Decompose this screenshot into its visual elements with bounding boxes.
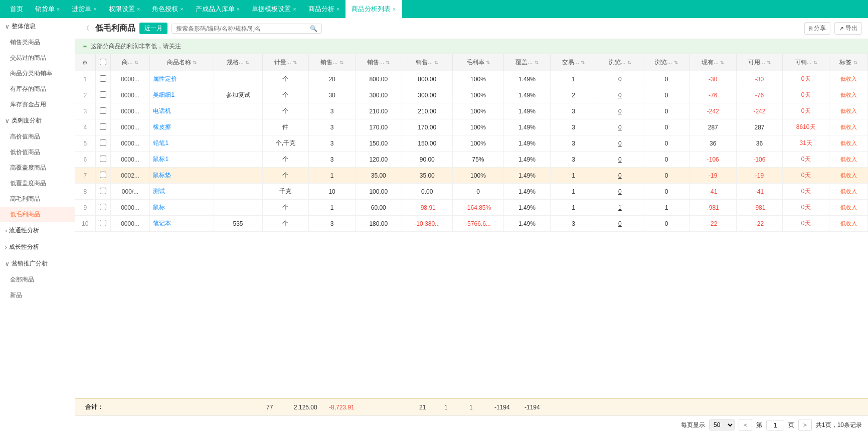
row-checkbox[interactable]: [95, 200, 110, 216]
settings-icon[interactable]: ⚙: [82, 59, 88, 66]
row-select-checkbox[interactable]: [100, 123, 106, 130]
col-sales-price[interactable]: 销售... ⇅: [355, 54, 402, 71]
sidebar-item-sales-goods[interactable]: 销售类商品: [0, 35, 75, 50]
page-number-input[interactable]: [766, 420, 784, 430]
col-settings[interactable]: ⚙: [75, 54, 95, 71]
sidebar-item-low-coverage[interactable]: 低覆盖度商品: [0, 176, 75, 191]
search-input[interactable]: [176, 25, 308, 32]
close-icon[interactable]: ×: [237, 6, 240, 12]
select-all-checkbox[interactable]: [100, 59, 106, 65]
sidebar-item-stock-goods[interactable]: 有库存的商品: [0, 81, 75, 97]
row-name[interactable]: 铅笔1: [150, 135, 214, 152]
row-name[interactable]: 橡皮擦: [150, 119, 214, 135]
row-select-checkbox[interactable]: [100, 75, 106, 82]
nav-template-settings[interactable]: 单据模板设置 ×: [246, 0, 302, 18]
sidebar-item-traded-goods[interactable]: 交易过的商品: [0, 50, 75, 66]
sidebar-item-high-value[interactable]: 高价值商品: [0, 129, 75, 144]
row-checkbox[interactable]: [95, 152, 110, 168]
close-icon[interactable]: ×: [336, 6, 339, 12]
col-sales-profit[interactable]: 销售... ⇅: [402, 54, 452, 71]
col-view1[interactable]: 浏览... ⇅: [597, 54, 643, 71]
col-spec[interactable]: 规格... ⇅: [214, 54, 262, 71]
col-tag[interactable]: 标签 ⇅: [829, 54, 868, 71]
col-sales-qty[interactable]: 销售... ⇅: [309, 54, 356, 71]
nav-home[interactable]: 首页: [4, 0, 29, 18]
col-gross-margin[interactable]: 毛利率 ⇅: [452, 54, 503, 71]
close-icon[interactable]: ×: [180, 6, 183, 12]
row-checkbox[interactable]: [95, 87, 110, 103]
row-view1[interactable]: 1: [597, 200, 643, 216]
row-select-checkbox[interactable]: [100, 204, 106, 210]
nav-product-analysis-list[interactable]: 商品分析列表 ×: [345, 0, 402, 18]
row-view1[interactable]: 0: [597, 216, 643, 232]
row-view1[interactable]: 0: [597, 152, 643, 168]
col-view2[interactable]: 浏览... ⇅: [643, 54, 690, 71]
col-trade-count[interactable]: 交易... ⇅: [550, 54, 597, 71]
sidebar-item-stock-capital[interactable]: 库存资金占用: [0, 97, 75, 112]
search-icon[interactable]: 🔍: [310, 25, 317, 32]
row-select-checkbox[interactable]: [100, 91, 106, 98]
row-view1[interactable]: 0: [597, 119, 643, 135]
per-page-select[interactable]: 50 20 100: [709, 419, 735, 430]
row-select-checkbox[interactable]: [100, 188, 106, 194]
row-select-checkbox[interactable]: [100, 220, 106, 226]
sidebar-item-high-margin[interactable]: 高毛利商品: [0, 191, 75, 207]
col-coverage[interactable]: 覆盖... ⇅: [504, 54, 551, 71]
prev-page-btn[interactable]: ＜: [739, 419, 752, 431]
close-icon[interactable]: ×: [137, 6, 140, 12]
nav-sales[interactable]: 销货单 ×: [29, 0, 66, 18]
col-available[interactable]: 可用... ⇅: [736, 54, 783, 71]
row-select-checkbox[interactable]: [100, 139, 106, 146]
row-checkbox[interactable]: [95, 119, 110, 135]
export-btn[interactable]: ↗ 导出: [834, 22, 862, 35]
sidebar-item-low-value[interactable]: 低价值商品: [0, 144, 75, 160]
col-code[interactable]: 商... ⇅: [110, 54, 150, 71]
sidebar-group-overall[interactable]: ∨ 整体信息: [0, 18, 75, 35]
nav-product-analysis[interactable]: 商品分析 ×: [302, 0, 345, 18]
row-view1[interactable]: 0: [597, 184, 643, 200]
row-name[interactable]: 鼠标垫: [150, 168, 214, 184]
next-page-btn[interactable]: ＞: [798, 419, 812, 431]
col-sellable[interactable]: 可销... ⇅: [783, 54, 829, 71]
col-checkbox[interactable]: [95, 54, 110, 71]
row-checkbox[interactable]: [95, 103, 110, 119]
sidebar-item-all-goods[interactable]: 全部商品: [0, 272, 75, 287]
sidebar-item-category-sales-rate[interactable]: 商品分类助销率: [0, 66, 75, 81]
row-name[interactable]: 属性定价: [150, 71, 214, 87]
nav-permissions[interactable]: 权限设置 ×: [103, 0, 146, 18]
sidebar-item-new-goods[interactable]: 新品: [0, 287, 75, 303]
close-icon[interactable]: ×: [293, 6, 296, 12]
close-icon[interactable]: ×: [57, 6, 60, 12]
sidebar-group-marketing[interactable]: ∨ 营销推广分析: [0, 255, 75, 272]
sidebar-collapse-btn[interactable]: 《: [81, 24, 91, 33]
col-name[interactable]: 商品名称 ⇅: [150, 54, 214, 71]
col-unit[interactable]: 计量... ⇅: [262, 54, 309, 71]
col-current-stock[interactable]: 现有... ⇅: [689, 54, 736, 71]
row-checkbox[interactable]: [95, 168, 110, 184]
sidebar-group-growth[interactable]: › 成长性分析: [0, 239, 75, 255]
close-icon[interactable]: ×: [93, 6, 96, 12]
row-checkbox[interactable]: [95, 216, 110, 232]
row-name[interactable]: 电话机: [150, 103, 214, 119]
row-name[interactable]: 鼠标: [150, 200, 214, 216]
row-view1[interactable]: 0: [597, 87, 643, 103]
row-name[interactable]: 笔记本: [150, 216, 214, 232]
row-name[interactable]: 鼠标1: [150, 152, 214, 168]
row-view1[interactable]: 0: [597, 103, 643, 119]
row-select-checkbox[interactable]: [100, 156, 106, 162]
row-checkbox[interactable]: [95, 135, 110, 152]
row-select-checkbox[interactable]: [100, 172, 106, 178]
sidebar-item-low-margin[interactable]: 低毛利商品: [0, 207, 75, 222]
row-name[interactable]: 测试: [150, 184, 214, 200]
row-checkbox[interactable]: [95, 71, 110, 87]
share-btn[interactable]: ⎘ 分享: [804, 22, 830, 35]
close-icon[interactable]: ×: [393, 6, 396, 12]
sidebar-group-circulation[interactable]: › 流通性分析: [0, 222, 75, 239]
date-filter-btn[interactable]: 近一月: [139, 23, 167, 34]
row-checkbox[interactable]: [95, 184, 110, 200]
row-view1[interactable]: 0: [597, 71, 643, 87]
nav-product-entry[interactable]: 产成品入库单 ×: [190, 0, 246, 18]
row-select-checkbox[interactable]: [100, 107, 106, 114]
table-wrapper[interactable]: ⚙ 商... ⇅ 商品名称 ⇅ 规格... ⇅ 计量... ⇅ 销售... ⇅ …: [75, 54, 868, 398]
row-view1[interactable]: 0: [597, 135, 643, 152]
